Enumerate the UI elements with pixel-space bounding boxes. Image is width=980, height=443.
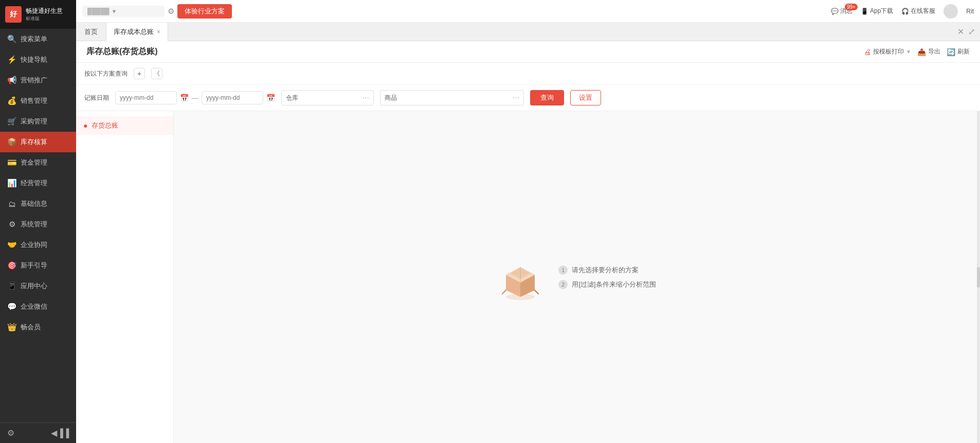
sidebar-item-basic-info[interactable]: 🗂 基础信息 xyxy=(0,193,76,214)
logo-name: 畅捷通好生意 xyxy=(26,7,63,15)
scheme-sidebar: ● 存货总账 xyxy=(76,111,174,443)
svg-line-7 xyxy=(502,290,506,294)
sidebar-item-label-appcenter: 应用中心 xyxy=(21,281,47,291)
sidebar-item-enterprise[interactable]: 🤝 企业协同 xyxy=(0,235,76,255)
sidebar-item-system[interactable]: ⚙ 系统管理 xyxy=(0,214,76,235)
user-avatar[interactable] xyxy=(943,4,958,19)
tabbar: 首页 库存成本总账 × ✕ ⤢ xyxy=(76,23,980,41)
sidebar-logo: 好 畅捷通好生意 标准版 xyxy=(0,0,76,29)
online-service-button[interactable]: 🎧 在线客服 xyxy=(901,7,935,15)
scheme-item-inventory-ledger[interactable]: ● 存货总账 xyxy=(76,116,173,135)
tab-close-icon[interactable]: × xyxy=(157,28,160,36)
right-panel xyxy=(977,111,980,443)
refresh-button[interactable]: 🔄 刷新 xyxy=(947,47,970,56)
sidebar-item-vip[interactable]: 👑 畅会员 xyxy=(0,317,76,338)
right-panel-handle[interactable] xyxy=(977,267,980,288)
product-more-icon: ··· xyxy=(513,93,519,102)
page-title: 库存总账(存货总账) xyxy=(86,46,158,57)
refresh-label: 刷新 xyxy=(957,47,970,56)
tip-item-1: 1 请先选择要分析的方案 xyxy=(558,265,656,275)
date-start-input[interactable] xyxy=(115,91,177,104)
page-header: 库存总账(存货总账) 🖨 按模板打印 ▼ 📤 导出 🔄 刷新 xyxy=(76,41,980,63)
empty-box-svg xyxy=(495,252,546,303)
system-icon: ⚙ xyxy=(7,220,16,229)
print-label: 按模板打印 xyxy=(873,47,904,56)
messages-button[interactable]: 💬 消息 99+ xyxy=(831,7,852,15)
empty-illustration xyxy=(495,252,546,303)
date-end-input[interactable] xyxy=(202,91,263,104)
main-content-area: 1 请先选择要分析的方案 2 用[过滤]条件来缩小分析范围 xyxy=(174,111,977,443)
topbar-search-text: █████ xyxy=(87,8,110,15)
sidebar-item-marketing[interactable]: 📢 营销推广 xyxy=(0,70,76,91)
headset-icon: 🎧 xyxy=(901,8,909,15)
message-icon: 💬 xyxy=(831,8,839,15)
basic-info-icon: 🗂 xyxy=(7,200,16,208)
settings-button[interactable]: 设置 xyxy=(570,90,601,105)
sidebar-item-label-guide: 新手引导 xyxy=(21,261,47,270)
export-icon: 📤 xyxy=(917,48,926,56)
gear-icon[interactable]: ⚙ xyxy=(168,7,174,16)
sidebar-footer: ⚙ ◀▐▐ xyxy=(0,422,76,443)
product-select[interactable]: 商品 ··· xyxy=(380,90,524,105)
sidebar-item-sales[interactable]: 💰 销售管理 xyxy=(0,91,76,111)
tip-num-2: 2 xyxy=(558,280,568,289)
filter-collapse-button[interactable]: 《 xyxy=(151,68,162,79)
sidebar-item-label-system: 系统管理 xyxy=(21,220,47,229)
empty-state: 1 请先选择要分析的方案 2 用[过滤]条件来缩小分析范围 xyxy=(495,252,656,303)
product-label: 商品 xyxy=(385,94,397,102)
main-area: █████ ▼ ⚙ 体验行业方案 💬 消息 99+ 📱 App下载 🎧 在线客服… xyxy=(76,0,980,443)
filters-container: 按以下方案查询 + 《 记账日期 📅 — 📅 仓库 ··· 商品 ··· 查询 … xyxy=(76,63,980,111)
warehouse-label: 仓库 xyxy=(286,94,298,102)
date-label: 记账日期 xyxy=(84,94,109,102)
tip-text-2: 用[过滤]条件来缩小分析范围 xyxy=(572,280,656,289)
sidebar-item-app-center[interactable]: 📱 应用中心 xyxy=(0,276,76,296)
sidebar-item-label-inventory: 库存核算 xyxy=(21,137,47,147)
sidebar-item-guide[interactable]: 🎯 新手引导 xyxy=(0,255,76,276)
logo-text-block: 畅捷通好生意 标准版 xyxy=(26,7,63,22)
logo-badge: 标准版 xyxy=(26,15,63,22)
export-button[interactable]: 📤 导出 xyxy=(917,47,940,56)
settings-footer-icon[interactable]: ⚙ xyxy=(7,428,14,438)
tab-close-right-button[interactable]: ✕ ⤢ xyxy=(957,27,980,37)
sidebar-item-label-search: 搜索菜单 xyxy=(21,34,47,44)
warehouse-more-icon: ··· xyxy=(362,93,369,102)
tab-home[interactable]: 首页 xyxy=(76,23,106,41)
sidebar-item-finance[interactable]: 💳 资金管理 xyxy=(0,152,76,173)
date-separator: — xyxy=(192,94,198,102)
sidebar-item-label-basicinfo: 基础信息 xyxy=(21,199,47,208)
messages-badge: 99+ xyxy=(845,4,858,10)
query-button[interactable]: 查询 xyxy=(530,90,564,105)
purchase-icon: 🛒 xyxy=(7,117,16,126)
guide-icon: 🎯 xyxy=(7,261,16,270)
sidebar-item-label-purchase: 采购管理 xyxy=(21,117,47,126)
online-service-label: 在线客服 xyxy=(911,7,935,15)
vip-icon: 👑 xyxy=(7,323,16,332)
sidebar-item-label-vip: 畅会员 xyxy=(21,323,41,332)
wechat-icon: 💬 xyxy=(7,302,16,311)
finance-icon: 💳 xyxy=(7,158,16,167)
sidebar-item-inventory[interactable]: 📦 库存核算 xyxy=(0,132,76,152)
sidebar-item-quick-nav[interactable]: ⚡ 快捷导航 xyxy=(0,49,76,70)
audio-footer-icon[interactable]: ◀▐▐ xyxy=(51,428,69,438)
industry-solution-button[interactable]: 体验行业方案 xyxy=(177,4,232,19)
print-button[interactable]: 🖨 按模板打印 ▼ xyxy=(864,47,911,56)
user-name: Rit xyxy=(966,8,974,15)
topbar-search-area[interactable]: █████ ▼ xyxy=(82,6,165,17)
sidebar-item-wechat[interactable]: 💬 企业微信 xyxy=(0,296,76,317)
app-center-icon: 📱 xyxy=(7,281,16,291)
tab-active-label: 库存成本总账 xyxy=(114,27,154,37)
sidebar-item-operations[interactable]: 📊 经营管理 xyxy=(0,173,76,193)
svg-line-8 xyxy=(535,290,538,294)
tip-text-1: 请先选择要分析的方案 xyxy=(572,265,639,275)
filter-add-button[interactable]: + xyxy=(134,68,145,79)
calendar-end-icon[interactable]: 📅 xyxy=(266,94,275,102)
calendar-start-icon[interactable]: 📅 xyxy=(180,94,189,102)
date-range-group: 📅 — 📅 xyxy=(115,91,275,104)
warehouse-select[interactable]: 仓库 ··· xyxy=(281,90,374,105)
sidebar-item-purchase[interactable]: 🛒 采购管理 xyxy=(0,111,76,132)
app-download-button[interactable]: 📱 App下载 xyxy=(861,7,893,15)
print-icon: 🖨 xyxy=(864,48,871,56)
sidebar-item-search[interactable]: 🔍 搜索菜单 xyxy=(0,29,76,49)
tab-inventory-ledger[interactable]: 库存成本总账 × xyxy=(106,23,168,41)
scheme-active-icon: ● xyxy=(83,121,87,130)
